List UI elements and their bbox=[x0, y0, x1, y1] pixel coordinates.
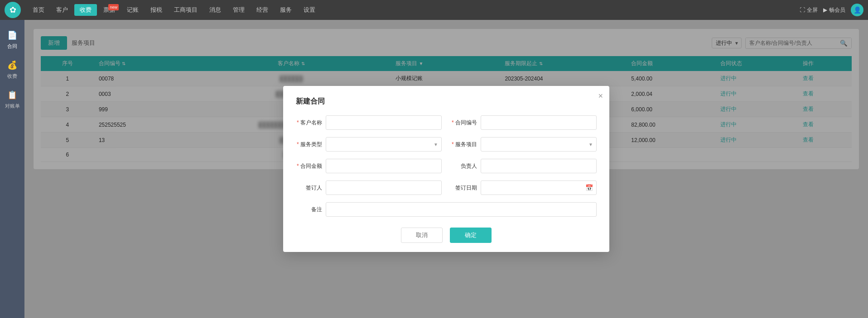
member-icon: ▶ bbox=[823, 7, 827, 13]
service-item-wrap: ▼ bbox=[481, 137, 597, 152]
nav-operation[interactable]: 经营 bbox=[251, 4, 274, 16]
cancel-button[interactable]: 取消 bbox=[401, 228, 443, 243]
logo-icon: ✿ bbox=[10, 5, 16, 15]
label-customer: 客户名称 bbox=[296, 119, 322, 127]
input-amount[interactable]: 0.00 bbox=[326, 159, 442, 173]
input-sign-date[interactable]: 2023-06-06 bbox=[481, 180, 597, 195]
sidebar-item-reconcile[interactable]: 📋 对账单 bbox=[0, 84, 24, 114]
new-badge: new bbox=[108, 4, 119, 10]
input-responsible[interactable] bbox=[481, 159, 597, 173]
avatar[interactable]: 👤 bbox=[851, 4, 863, 16]
form-group-sign-date: 签订日期 2023-06-06 📅 bbox=[451, 180, 597, 195]
sidebar-fee-label: 收费 bbox=[7, 73, 17, 80]
nav-customer[interactable]: 客户 bbox=[51, 4, 73, 16]
label-contract-no: 合同编号 bbox=[451, 119, 477, 127]
fullscreen-icon: ⛶ bbox=[800, 7, 805, 13]
form-group-remark: 备注 bbox=[296, 202, 597, 217]
form-row-5: 备注 bbox=[296, 202, 597, 217]
nav-message[interactable]: 消息 bbox=[204, 4, 227, 16]
form-row-3: 合同金额 0.00 负责人 bbox=[296, 159, 597, 173]
fullscreen-label: 全屏 bbox=[807, 6, 818, 14]
form-group-signer: 签订人 bbox=[296, 180, 442, 195]
form-group-customer: 客户名称 bbox=[296, 115, 442, 130]
label-service-item: 服务项目 bbox=[451, 141, 477, 148]
nav-items: 首页 客户 收费 票据 new 记账 报税 工商项目 消息 管理 经营 服务 设… bbox=[27, 4, 800, 16]
nav-bizproject[interactable]: 工商项目 bbox=[169, 4, 203, 16]
app-logo[interactable]: ✿ bbox=[5, 2, 21, 18]
nav-right: ⛶ 全屏 ▶ 畅会员 👤 bbox=[800, 4, 863, 16]
confirm-button[interactable]: 确定 bbox=[450, 228, 492, 243]
label-responsible: 负责人 bbox=[451, 162, 477, 170]
input-signer[interactable] bbox=[326, 180, 442, 195]
sidebar-reconcile-label: 对账单 bbox=[5, 103, 20, 109]
form-row-2: 服务类型 ▼ 服务项目 ▼ bbox=[296, 137, 597, 152]
modal-close-button[interactable]: × bbox=[598, 91, 603, 101]
sidebar-contract-label: 合同 bbox=[7, 43, 17, 50]
fullscreen-button[interactable]: ⛶ 全屏 bbox=[800, 6, 818, 14]
select-service-item[interactable] bbox=[481, 137, 597, 152]
date-wrap: 2023-06-06 📅 bbox=[481, 180, 597, 195]
label-sign-date: 签订日期 bbox=[451, 184, 477, 192]
member-label: 畅会员 bbox=[829, 6, 845, 14]
form-row-4: 签订人 签订日期 2023-06-06 📅 bbox=[296, 180, 597, 195]
input-customer[interactable] bbox=[326, 115, 442, 130]
sidebar-item-contract[interactable]: 📄 合同 bbox=[0, 24, 24, 54]
nav-manage[interactable]: 管理 bbox=[227, 4, 250, 16]
form-group-amount: 合同金额 0.00 bbox=[296, 159, 442, 173]
service-type-wrap: ▼ bbox=[326, 137, 442, 152]
modal-title: 新建合同 bbox=[296, 97, 597, 106]
top-nav: ✿ 首页 客户 收费 票据 new 记账 报税 工商项目 消息 管理 经营 服务… bbox=[0, 0, 868, 20]
input-contract-no[interactable] bbox=[481, 115, 597, 130]
nav-home[interactable]: 首页 bbox=[27, 4, 50, 16]
form-group-contract-no: 合同编号 bbox=[451, 115, 597, 130]
nav-service[interactable]: 服务 bbox=[275, 4, 297, 16]
contract-icon: 📄 bbox=[6, 29, 19, 42]
nav-fee[interactable]: 收费 bbox=[74, 4, 97, 16]
modal-footer: 取消 确定 bbox=[296, 228, 597, 243]
new-contract-modal: × 新建合同 客户名称 合同编号 服务类型 ▼ 服务项目 bbox=[283, 86, 609, 252]
modal-overlay: × 新建合同 客户名称 合同编号 服务类型 ▼ 服务项目 bbox=[24, 20, 868, 318]
member-button[interactable]: ▶ 畅会员 bbox=[823, 6, 845, 14]
input-remark[interactable] bbox=[326, 202, 597, 217]
sidebar-item-fee[interactable]: 💰 收费 bbox=[0, 54, 24, 84]
nav-invoice[interactable]: 票据 new bbox=[98, 4, 121, 16]
label-remark: 备注 bbox=[296, 206, 322, 214]
form-group-service-type: 服务类型 ▼ bbox=[296, 137, 442, 152]
reconcile-icon: 📋 bbox=[6, 89, 19, 101]
label-amount: 合同金额 bbox=[296, 162, 322, 170]
label-signer: 签订人 bbox=[296, 184, 322, 192]
sidebar: 📄 合同 💰 收费 📋 对账单 bbox=[0, 20, 24, 318]
form-row-1: 客户名称 合同编号 bbox=[296, 115, 597, 130]
label-service-type: 服务类型 bbox=[296, 141, 322, 148]
fee-icon: 💰 bbox=[6, 59, 19, 71]
nav-tax[interactable]: 报税 bbox=[145, 4, 168, 16]
nav-settings[interactable]: 设置 bbox=[298, 4, 321, 16]
nav-bookkeeping[interactable]: 记账 bbox=[121, 4, 144, 16]
form-group-responsible: 负责人 bbox=[451, 159, 597, 173]
select-service-type[interactable] bbox=[326, 137, 442, 152]
form-group-service-item: 服务项目 ▼ bbox=[451, 137, 597, 152]
